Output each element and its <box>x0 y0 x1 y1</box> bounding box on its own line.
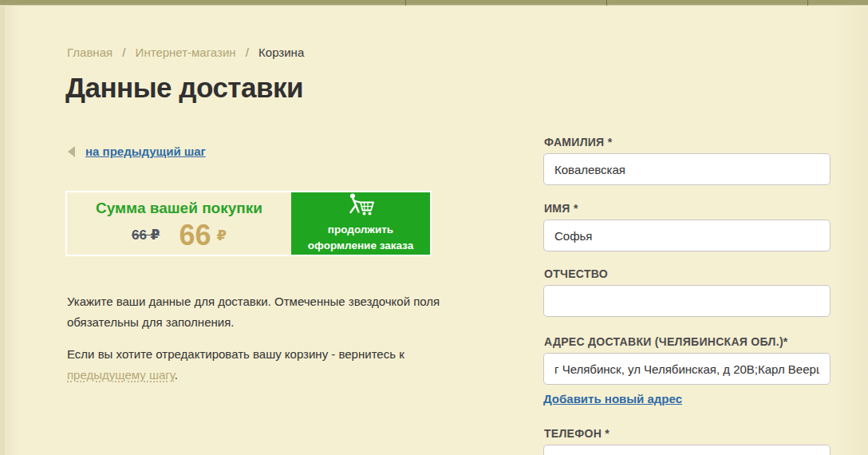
first-name-input[interactable] <box>543 220 831 251</box>
last-name-input[interactable] <box>543 153 831 185</box>
field-first-name: ИМЯ * <box>543 202 831 251</box>
breadcrumb-current-cart: Корзина <box>258 46 304 59</box>
new-price: 66 <box>179 221 211 250</box>
old-price: 66 ₽ <box>132 227 160 243</box>
breadcrumb: Главная / Интернет-магазин / Корзина <box>67 46 304 59</box>
breadcrumb-shop-link[interactable]: Интернет-магазин <box>136 46 236 59</box>
delivery-address-input[interactable] <box>543 353 831 385</box>
field-delivery-address: АДРЕС ДОСТАВКИ (ЧЕЛЯБИНСКАЯ ОБЛ.)* Добав… <box>543 335 831 406</box>
intro-paragraph-2: Если вы хотите отредактировать вашу корз… <box>67 344 450 386</box>
purchase-summary-left: Сумма вашей покупки 66 ₽ 66 ₽ <box>67 192 291 255</box>
field-middle-name: ОТЧЕСТВО <box>543 267 831 317</box>
field-phone: ТЕЛЕФОН * <box>543 427 831 455</box>
checkout-button-label-line2: оформление заказа <box>308 238 413 254</box>
ruble-sign: ₽ <box>216 227 227 244</box>
phone-label: ТЕЛЕФОН * <box>544 427 831 440</box>
phone-input[interactable] <box>543 445 831 455</box>
field-last-name: ФАМИЛИЯ * <box>543 136 831 185</box>
back-link-row: на предыдущий шаг <box>68 144 206 158</box>
breadcrumb-home-link[interactable]: Главная <box>67 46 112 59</box>
page-title: Данные доставки <box>65 72 303 104</box>
intro-paragraph-2-text: Если вы хотите отредактировать вашу корз… <box>67 347 404 361</box>
price-row: 66 ₽ 66 ₽ <box>132 221 227 250</box>
intro-paragraph-1: Укажите ваши данные для доставки. Отмече… <box>67 291 450 334</box>
previous-step-inline-link[interactable]: предыдущему шагу <box>67 368 175 382</box>
middle-name-label: ОТЧЕСТВО <box>544 267 831 280</box>
breadcrumb-separator: / <box>122 46 125 59</box>
delivery-address-label: АДРЕС ДОСТАВКИ (ЧЕЛЯБИНСКАЯ ОБЛ.)* <box>544 335 831 348</box>
page-right-edge <box>831 6 868 455</box>
cart-pusher-icon <box>345 193 377 220</box>
top-nav-separator <box>807 0 808 6</box>
previous-step-link[interactable]: на предыдущий шаг <box>85 144 206 158</box>
top-nav-bar <box>0 0 868 6</box>
first-name-label: ИМЯ * <box>544 202 831 215</box>
breadcrumb-separator: / <box>246 46 249 59</box>
top-nav-separator <box>606 0 607 6</box>
purchase-sum-title: Сумма вашей покупки <box>96 200 262 217</box>
continue-checkout-button[interactable]: продолжить оформление заказа <box>291 192 430 255</box>
last-name-label: ФАМИЛИЯ * <box>544 136 831 148</box>
top-nav-separator <box>405 0 406 6</box>
page-left-edge-gradient <box>5 6 19 455</box>
intro-text: Укажите ваши данные для доставки. Отмече… <box>67 291 450 386</box>
middle-name-input[interactable] <box>543 285 831 317</box>
checkout-button-label-line1: продолжить <box>328 222 393 238</box>
add-new-address-link[interactable]: Добавить новый адрес <box>543 392 682 406</box>
intro-paragraph-2-period: . <box>175 368 178 382</box>
purchase-summary-box: Сумма вашей покупки 66 ₽ 66 ₽ продолжить… <box>65 191 432 256</box>
back-arrow-icon <box>68 146 75 157</box>
